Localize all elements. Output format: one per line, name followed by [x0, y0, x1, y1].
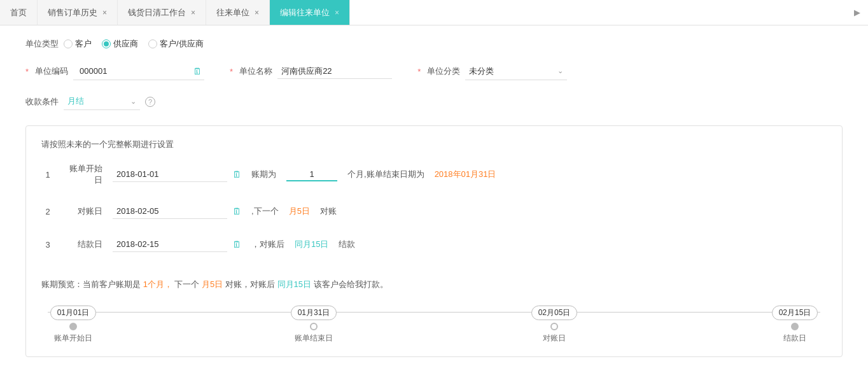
tab-partner-units-close[interactable]: × — [255, 8, 259, 17]
row3-calendar-icon[interactable]: 🗓 — [232, 239, 241, 250]
radio-customer-label: 客户 — [75, 38, 92, 50]
row1-label: 账单开始日 — [64, 163, 102, 186]
help-icon[interactable]: ? — [145, 97, 155, 107]
preview-part2-before: 下一个 — [174, 279, 199, 289]
radio-customer-circle — [64, 39, 73, 48]
tab-edit-partner-unit-label: 编辑往来单位 — [280, 7, 330, 18]
tab-edit-partner-unit[interactable]: 编辑往来单位 × — [270, 0, 350, 25]
card-title: 请按照未来的一个完整帐期进行设置 — [41, 139, 827, 150]
preview-section: 账期预览：当前客户账期是 1个月， 下一个 月5日 对账，对账后 同月15日 该… — [41, 270, 827, 344]
unit-code-icon[interactable]: 🗓 — [193, 66, 202, 76]
timeline-dot-3 — [550, 323, 558, 330]
tab-cash-goods-workbench-close[interactable]: × — [191, 8, 195, 17]
tab-sales-order-history[interactable]: 销售订单历史 × — [38, 0, 118, 25]
unit-type-form-item: 单位类型 客户 供应商 客户/供应商 — [25, 38, 204, 50]
row1-num: 1 — [41, 170, 54, 179]
payment-condition-select[interactable]: 月结 ⌄ — [64, 93, 140, 110]
unit-category-star: * — [417, 67, 421, 76]
timeline-dot-2 — [310, 323, 318, 330]
payment-condition-chevron-icon: ⌄ — [130, 97, 136, 106]
radio-customer-supplier[interactable]: 客户/供应商 — [148, 38, 204, 50]
timeline-connector-3 — [580, 316, 769, 316]
tab-cash-goods-workbench-label: 钱货日清工作台 — [128, 7, 186, 18]
timeline-badge-2: 01月31日 — [291, 306, 337, 320]
timeline-label-2: 账单结束日 — [295, 333, 333, 344]
timeline-connector-1 — [99, 316, 288, 316]
tab-expand-button[interactable]: ▶ — [846, 8, 868, 17]
row3-desc-teal: 同月15日 — [295, 239, 328, 250]
row2-date-input[interactable] — [113, 204, 227, 219]
preview-part3-before: 对账，对账后 — [225, 279, 275, 289]
timeline-point-3: 02月05日 对账日 — [529, 306, 580, 344]
unit-type-radio-group: 客户 供应商 客户/供应商 — [64, 38, 204, 50]
unit-type-row: 单位类型 客户 供应商 客户/供应商 — [25, 38, 843, 50]
unit-info-row: * 单位编码 🗓 * 单位名称 * 单位分类 未分类 ⌄ — [25, 62, 843, 80]
tabs-bar: 首页 销售订单历史 × 钱货日清工作台 × 往来单位 × 编辑往来单位 × ▶ — [0, 0, 868, 25]
payment-condition-value: 月结 — [67, 95, 125, 107]
unit-name-star: * — [230, 67, 233, 76]
unit-code-input[interactable] — [76, 64, 190, 78]
tab-edit-partner-unit-close[interactable]: × — [335, 8, 339, 17]
timeline-badge-4: 02月15日 — [772, 306, 818, 320]
timeline-point-1: 01月01日 账单开始日 — [48, 306, 99, 344]
timeline-label-4: 结款日 — [783, 333, 806, 344]
timeline-point-4: 02月15日 结款日 — [769, 306, 820, 344]
timeline-label-1: 账单开始日 — [54, 333, 92, 344]
row1-date-wrap: 🗓 — [113, 167, 241, 182]
radio-supplier[interactable]: 供应商 — [102, 38, 138, 50]
row1-end-date: 2018年01月31日 — [435, 169, 496, 180]
radio-supplier-circle — [102, 39, 111, 48]
tab-home[interactable]: 首页 — [0, 0, 38, 25]
timeline-connector-2 — [339, 316, 529, 316]
tab-partner-units[interactable]: 往来单位 × — [206, 0, 270, 25]
unit-name-item: * 单位名称 — [230, 64, 392, 79]
unit-category-chevron-icon: ⌄ — [557, 67, 563, 75]
row3-label: 结款日 — [64, 239, 102, 250]
timeline-badge-1: 01月01日 — [50, 306, 97, 320]
setting-row-2: 2 对账日 🗓 ,下一个 月5日 对账 — [41, 204, 827, 219]
row3-date-input[interactable] — [113, 237, 227, 252]
settings-card: 请按照未来的一个完整帐期进行设置 1 账单开始日 🗓 账期为 个月,账单结束日期… — [25, 125, 843, 357]
row3-desc-before: ，对账后 — [251, 239, 284, 250]
unit-category-select[interactable]: 未分类 ⌄ — [465, 63, 567, 80]
timeline-label-3: 对账日 — [543, 333, 566, 344]
timeline-badge-3: 02月05日 — [531, 306, 578, 320]
unit-name-input[interactable] — [277, 64, 392, 79]
row2-desc-before: ,下一个 — [251, 206, 279, 217]
radio-supplier-label: 供应商 — [113, 38, 138, 50]
row1-period-input[interactable] — [286, 168, 337, 181]
row1-period-label: 账期为 — [251, 169, 276, 180]
row2-desc-after: 对账 — [320, 206, 337, 217]
main-content: 单位类型 客户 供应商 客户/供应商 * 单位编码 — [0, 25, 868, 387]
radio-customer-supplier-label: 客户/供应商 — [160, 38, 204, 50]
row2-num: 2 — [41, 207, 54, 216]
tab-sales-order-history-close[interactable]: × — [102, 8, 107, 17]
row1-period-unit: 个月,账单结束日期为 — [347, 169, 424, 180]
preview-part3-teal: 同月15日 — [277, 279, 311, 289]
tab-cash-goods-workbench[interactable]: 钱货日清工作台 × — [118, 0, 206, 25]
tab-partner-units-label: 往来单位 — [216, 7, 249, 18]
unit-category-label: 单位分类 — [427, 66, 460, 77]
radio-customer[interactable]: 客户 — [64, 38, 92, 50]
row1-calendar-icon[interactable]: 🗓 — [232, 169, 241, 179]
timeline-dot-4 — [791, 323, 799, 330]
preview-part4-after: 该客户会给我打款。 — [314, 279, 388, 289]
preview-part1-orange: 1个月， — [143, 279, 172, 289]
tab-home-label: 首页 — [10, 7, 27, 18]
setting-row-1: 1 账单开始日 🗓 账期为 个月,账单结束日期为 2018年01月31日 — [41, 163, 827, 186]
row1-date-input[interactable] — [113, 167, 227, 182]
radio-customer-supplier-circle — [148, 39, 157, 48]
timeline-point-2: 01月31日 账单结束日 — [288, 306, 339, 344]
row2-calendar-icon[interactable]: 🗓 — [232, 206, 241, 216]
unit-category-item: * 单位分类 未分类 ⌄ — [417, 63, 567, 80]
timeline-line — [48, 312, 820, 313]
row2-label: 对账日 — [64, 206, 102, 217]
payment-condition-row: 收款条件 月结 ⌄ ? — [25, 93, 843, 110]
timeline-dot-1 — [69, 323, 77, 330]
preview-text: 账期预览：当前客户账期是 1个月， 下一个 月5日 对账，对账后 同月15日 该… — [41, 279, 827, 290]
row2-date-wrap: 🗓 — [113, 204, 241, 219]
unit-type-label: 单位类型 — [25, 38, 59, 50]
timeline-container: 01月01日 账单开始日 01月31日 账单结束日 02月05日 — [41, 306, 827, 344]
unit-category-value: 未分类 — [469, 66, 552, 77]
row2-desc-orange: 月5日 — [289, 206, 310, 217]
